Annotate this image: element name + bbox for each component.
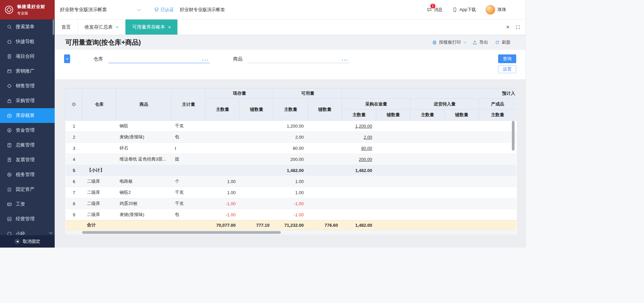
sidebar-scrollbar[interactable] — [53, 19, 54, 35]
export-button[interactable]: 导出 — [472, 39, 488, 45]
messages-button[interactable]: 1 消息 — [427, 7, 443, 13]
header-available-aux[interactable]: 辅数量 — [308, 99, 342, 121]
cell: 千克 — [172, 187, 206, 198]
warehouse-picker-ellipsis-icon[interactable]: ··· — [202, 58, 209, 62]
sidebar-item-operation[interactable]: 经营管理 — [0, 212, 55, 226]
table-row[interactable]: 7二级库钢筋2千克1.001.00 — [66, 187, 517, 198]
sidebar-item-label: 资金管理 — [16, 127, 35, 133]
sidebar-item-tax[interactable]: 税务管理 — [0, 167, 55, 182]
close-all-tabs-icon[interactable]: × — [506, 24, 509, 30]
cell — [240, 198, 274, 209]
account-set-selector[interactable]: 好业财专业版演示帐套 — [60, 7, 140, 13]
user-menu[interactable]: 珠珠 — [485, 5, 506, 15]
gear-icon[interactable]: ⚙ — [72, 101, 76, 107]
table-vertical-scrollbar[interactable] — [512, 121, 515, 218]
header-incoming-main[interactable]: 主数量 — [411, 110, 445, 121]
tab-close-icon[interactable]: × — [116, 25, 118, 30]
header-finished-main[interactable]: 主数量 — [479, 110, 517, 121]
brand-logo-icon — [4, 5, 14, 15]
cell — [308, 165, 342, 176]
cell — [308, 143, 342, 154]
cell: 二级库 — [83, 209, 116, 220]
cell — [342, 209, 376, 220]
cell: 71,232.00 — [274, 220, 308, 230]
refresh-label: 刷新 — [502, 39, 511, 45]
vertical-scroll-thumb[interactable] — [512, 121, 515, 150]
tab-1[interactable]: 首页 — [55, 19, 78, 35]
cell: 千克 — [172, 121, 206, 132]
app-logo: 畅捷通好业财 专业版 — [0, 0, 55, 19]
header-available-main[interactable]: 主数量 — [274, 99, 308, 121]
table-row[interactable]: 1钢筋千克1,200.001,200.00 — [66, 121, 517, 132]
sidebar-item-inventory[interactable]: 库存核算 — [0, 108, 55, 123]
cell — [376, 132, 411, 143]
table-row[interactable]: 2麦烧(香辣味)包2.002.00 — [66, 132, 517, 143]
app-download-button[interactable]: App下载 — [452, 7, 476, 13]
header-onhand-main[interactable]: 主数量 — [206, 99, 240, 121]
table-horizontal-scrollbar[interactable] — [65, 230, 516, 234]
cell — [445, 154, 479, 165]
sidebar-item-promo[interactable]: 营销推广 — [0, 64, 55, 79]
salary-icon — [7, 202, 12, 207]
verified-badge[interactable]: 已认证 — [154, 7, 174, 13]
warehouse-filter-input[interactable]: ··· — [108, 54, 210, 63]
cell: 维达卷纸 蓝色经典3层... — [116, 154, 172, 165]
cell — [445, 143, 479, 154]
fullscreen-icon[interactable] — [516, 25, 520, 30]
table-row[interactable]: 4维达卷纸 蓝色经典3层...提200.00200.00 — [66, 154, 517, 165]
query-button[interactable]: 查询 — [498, 54, 516, 63]
table-row[interactable]: 9二级库麦烧(香辣味)包-1.00-1.00 — [66, 209, 517, 220]
subtotal-row[interactable]: 5【小计】1,482.001,482.00 — [66, 165, 517, 176]
header-transit-main[interactable]: 主数量 — [342, 110, 376, 121]
product-picker-ellipsis-icon[interactable]: ··· — [342, 58, 348, 62]
sidebar-item-invoice[interactable]: 发票管理 — [0, 153, 55, 167]
export-label: 导出 — [479, 39, 488, 45]
sidebar-item-search[interactable]: 搜索菜单 — [0, 19, 55, 34]
cell — [308, 209, 342, 220]
cell — [172, 165, 206, 176]
tab-3[interactable]: 可用量库存账本× — [125, 19, 177, 35]
header-transit-aux[interactable]: 辅数量 — [376, 110, 411, 121]
sidebar-item-purchase[interactable]: 采购管理 — [0, 93, 55, 108]
sidebar-item-label: 销售管理 — [16, 83, 35, 89]
sidebar-item-label: 采购管理 — [16, 98, 35, 104]
print-by-template-button[interactable]: 按模板打印 — [432, 39, 466, 45]
printer-icon — [432, 40, 437, 45]
expand-filters-button[interactable]: » — [64, 54, 70, 63]
sidebar-item-contract[interactable]: 项目合同 — [0, 49, 55, 64]
cell: 包 — [172, 132, 206, 143]
sidebar-item-salary[interactable]: 工资 — [0, 197, 55, 212]
header-product[interactable]: 商品 — [116, 88, 172, 121]
cell: 9 — [66, 209, 83, 220]
header-onhand-aux[interactable]: 辅数量 — [240, 99, 274, 121]
horizontal-scroll-thumb[interactable] — [82, 231, 281, 234]
tab-2[interactable]: 收发存汇总表× — [78, 19, 125, 35]
product-filter-input[interactable]: ··· — [248, 54, 349, 63]
drill-link-cell[interactable]: 1,200.00 — [342, 121, 376, 132]
refresh-button[interactable]: 刷新 — [495, 39, 511, 45]
drill-link-cell[interactable]: 200.00 — [342, 154, 376, 165]
sidebar-item-sales[interactable]: 销售管理 — [0, 79, 55, 93]
header-warehouse[interactable]: 仓库 — [83, 88, 116, 121]
brand-edition: 专业版 — [17, 11, 45, 16]
table-row[interactable]: 8二级库鸡蛋20枚千克-1.00-1.00 — [66, 198, 517, 209]
cell: 【小计】 — [83, 165, 116, 176]
sidebar-item-assets[interactable]: 固定资产 — [0, 182, 55, 197]
cell — [479, 220, 517, 230]
cell — [376, 121, 411, 132]
sidebar-item-home[interactable]: 快捷导航 — [0, 34, 55, 49]
drill-link-cell[interactable]: 80.00 — [342, 143, 376, 154]
tab-close-icon[interactable]: × — [168, 25, 171, 30]
header-unit[interactable]: 主计量 — [172, 88, 206, 121]
table-row[interactable]: 6二级库电路板个1.001.00 — [66, 176, 517, 187]
header-incoming-aux[interactable]: 辅数量 — [445, 110, 479, 121]
sidebar-item-funds[interactable]: 资金管理 — [0, 123, 55, 138]
drill-link-cell[interactable]: 2.00 — [342, 132, 376, 143]
cell — [479, 154, 517, 165]
unpin-button[interactable]: ◀ 取消固定 — [0, 235, 55, 248]
cell — [240, 154, 274, 165]
sidebar-item-ledger[interactable]: 总账管理 — [0, 138, 55, 153]
settings-button[interactable]: 设置 — [498, 65, 516, 73]
cell — [116, 165, 172, 176]
table-row[interactable]: 3碎石t80.0080.00 — [66, 143, 517, 154]
